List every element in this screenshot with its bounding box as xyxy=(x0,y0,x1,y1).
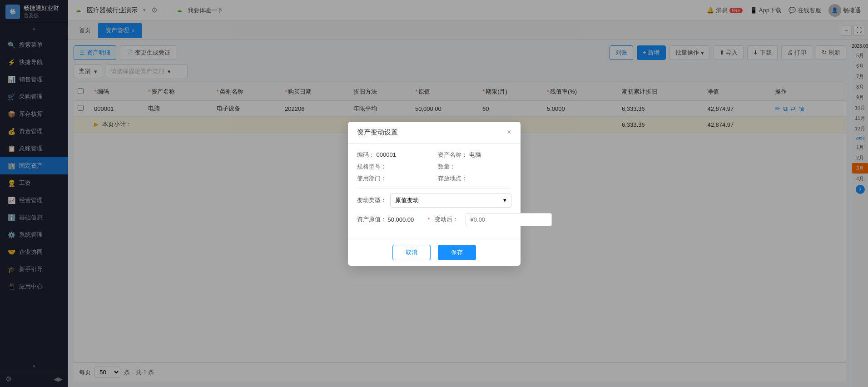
modal-close-btn[interactable]: × xyxy=(507,128,511,136)
dept-label: 使用部门： xyxy=(357,174,387,183)
asset-name-label: 资产名称： xyxy=(438,151,467,159)
spec-label: 规格型号： xyxy=(357,163,387,171)
original-value-label: 资产原值： xyxy=(357,215,384,223)
asset-change-modal: 资产变动设置 × 编码： 000001 资产名称： 电脑 规格型号： 数 xyxy=(348,122,521,266)
save-button[interactable]: 保存 xyxy=(438,245,476,260)
info-dept: 使用部门： xyxy=(357,174,431,183)
modal-header: 资产变动设置 × xyxy=(348,122,521,144)
info-spec: 规格型号： xyxy=(357,163,431,171)
modal-overlay: 资产变动设置 × 编码： 000001 资产名称： 电脑 规格型号： 数 xyxy=(0,0,868,387)
change-type-dropdown-icon: ▾ xyxy=(503,197,506,203)
cancel-button[interactable]: 取消 xyxy=(392,245,431,260)
form-row-change-type: 变动类型： 原值变动 ▾ xyxy=(357,193,511,208)
location-label: 存放地点： xyxy=(438,174,467,183)
info-location: 存放地点： xyxy=(438,174,511,183)
info-quantity: 数量： xyxy=(438,163,511,171)
modal-divider xyxy=(357,188,511,189)
code-label: 编码： xyxy=(357,151,375,159)
change-type-label: 变动类型： xyxy=(357,196,387,204)
quantity-label: 数量： xyxy=(438,163,456,171)
after-label: 变动后： xyxy=(435,215,462,223)
after-value-input[interactable] xyxy=(466,213,552,226)
original-value-display: 50,000.00 xyxy=(388,216,424,223)
change-type-value: 原值变动 xyxy=(395,196,419,204)
asset-name-value: 电脑 xyxy=(469,151,481,159)
required-star: * xyxy=(428,216,430,223)
modal-footer: 取消 保存 xyxy=(348,239,521,266)
change-type-select[interactable]: 原值变动 ▾ xyxy=(390,193,511,208)
modal-body: 编码： 000001 资产名称： 电脑 规格型号： 数量： 使用部门： xyxy=(348,144,521,239)
form-row-original-value: 资产原值： 50,000.00 * 变动后： xyxy=(357,213,511,226)
info-code: 编码： 000001 xyxy=(357,151,431,159)
info-grid: 编码： 000001 资产名称： 电脑 规格型号： 数量： 使用部门： xyxy=(357,151,511,183)
modal-title: 资产变动设置 xyxy=(357,128,398,137)
info-asset-name: 资产名称： 电脑 xyxy=(438,151,511,159)
code-value: 000001 xyxy=(377,151,396,158)
